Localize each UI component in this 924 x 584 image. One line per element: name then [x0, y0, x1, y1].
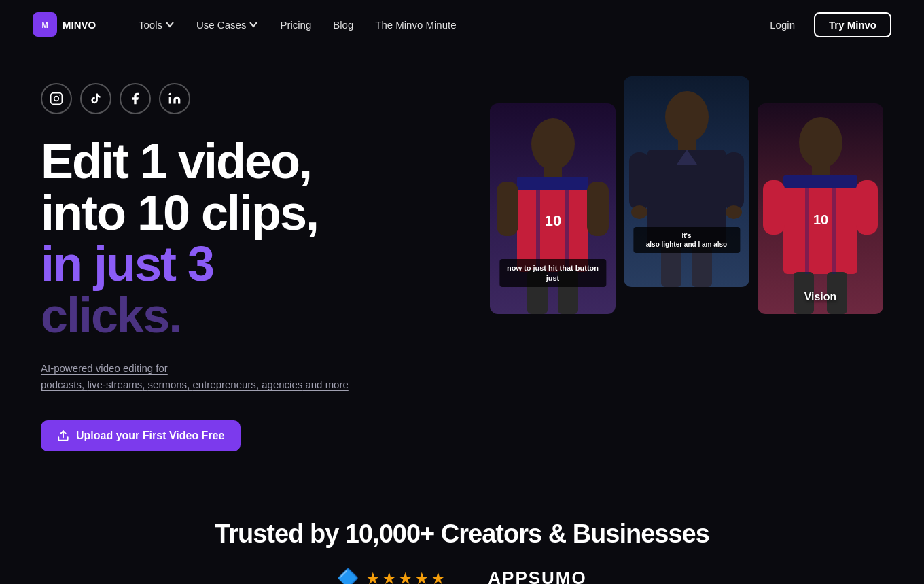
headline-accent1: in just 3: [41, 239, 349, 290]
login-button[interactable]: Login: [762, 14, 803, 36]
svg-point-7: [169, 93, 171, 95]
nav-links: Tools Use Cases Pricing Blog The Minvo M…: [130, 14, 465, 36]
upload-cta-button[interactable]: Upload your First Video Free: [41, 420, 241, 451]
nav-minvo-minute[interactable]: The Minvo Minute: [367, 14, 464, 36]
svg-text:10: 10: [545, 212, 561, 229]
video-card-1: 10 now to just hit that button just: [490, 103, 616, 314]
trust-section: Trusted by 10,000+ Creators & Businesses…: [0, 492, 924, 584]
trust-logos: 🔷 ★★★★★ APPSUMO: [41, 568, 883, 584]
svg-rect-24: [629, 152, 650, 210]
capterra-icon: 🔷: [337, 568, 359, 584]
headline-accent2: clicks.: [41, 290, 349, 342]
svg-point-27: [726, 205, 742, 219]
facebook-icon: [128, 92, 142, 105]
linkedin-button[interactable]: [159, 83, 190, 114]
video-caption-1: now to just hit that button just: [499, 259, 606, 287]
appsumo-logo: APPSUMO: [488, 568, 586, 584]
svg-rect-33: [783, 175, 857, 188]
hero-section: Edit 1 video, into 10 clips, in just 3 c…: [0, 49, 924, 492]
svg-rect-17: [536, 177, 540, 272]
headline-line2: into 10 clips,: [41, 188, 349, 239]
linkedin-icon: [168, 92, 181, 105]
facebook-button[interactable]: [120, 83, 151, 114]
logo[interactable]: M MINVO: [33, 12, 103, 37]
svg-rect-10: [544, 165, 562, 178]
person-silhouette-3: 10: [758, 103, 883, 314]
appsumo-label: APPSUMO: [488, 568, 586, 584]
svg-point-4: [54, 97, 59, 101]
nav-tools[interactable]: Tools: [130, 14, 183, 36]
svg-rect-31: [812, 163, 830, 177]
instagram-button[interactable]: [41, 83, 72, 114]
headline: Edit 1 video, into 10 clips, in just 3 c…: [41, 136, 349, 341]
upload-icon: [57, 430, 69, 442]
social-icons: [41, 83, 349, 114]
try-minvo-button[interactable]: Try Minvo: [814, 12, 891, 37]
nav-use-cases[interactable]: Use Cases: [188, 14, 266, 36]
svg-point-20: [665, 91, 709, 143]
svg-text:10: 10: [813, 212, 828, 227]
hero-left: Edit 1 video, into 10 clips, in just 3 c…: [41, 76, 349, 451]
svg-rect-6: [169, 97, 171, 104]
nav-blog[interactable]: Blog: [325, 14, 361, 36]
svg-rect-25: [724, 152, 744, 210]
nav-pricing[interactable]: Pricing: [272, 14, 319, 36]
video-caption-2: It'salso lighter and I am also: [633, 227, 740, 253]
svg-rect-34: [763, 180, 785, 235]
nav-right: Login Try Minvo: [762, 12, 891, 37]
nav-left: M MINVO Tools Use Cases Pricing: [33, 12, 465, 37]
capterra-logo: 🔷 ★★★★★: [337, 568, 447, 584]
video-label-3: Vision: [804, 291, 837, 303]
svg-rect-3: [51, 93, 63, 105]
stars-rating: ★★★★★: [366, 569, 447, 584]
svg-point-26: [631, 205, 647, 219]
svg-text:M: M: [41, 21, 48, 29]
tiktok-icon: [90, 92, 102, 105]
hero-subtitle: AI-powered video editing for podcasts, l…: [41, 360, 349, 393]
tiktok-button[interactable]: [80, 83, 111, 114]
trust-title: Trusted by 10,000+ Creators & Businesses: [41, 519, 883, 549]
svg-point-30: [799, 117, 842, 169]
logo-text-icon: MINVO: [63, 18, 103, 31]
person-silhouette-2: [624, 76, 749, 287]
svg-rect-18: [565, 177, 569, 272]
instagram-icon: [50, 92, 63, 105]
logo-icon: M: [33, 12, 57, 37]
video-card-2: It'salso lighter and I am also: [624, 76, 749, 287]
svg-rect-13: [497, 182, 518, 236]
svg-text:MINVO: MINVO: [63, 19, 96, 31]
svg-rect-12: [517, 177, 588, 190]
headline-line1: Edit 1 video,: [41, 136, 349, 188]
svg-point-9: [531, 118, 575, 170]
video-card-3: 10 Vision: [758, 103, 883, 314]
chevron-down-icon: [165, 20, 175, 29]
svg-rect-35: [856, 180, 878, 235]
svg-point-5: [59, 95, 60, 96]
chevron-down-icon: [249, 20, 258, 29]
svg-rect-21: [678, 137, 696, 151]
svg-rect-39: [832, 175, 836, 274]
video-cards: 10 now to just hit that button just: [349, 76, 883, 314]
svg-rect-14: [587, 182, 609, 236]
svg-rect-38: [805, 175, 808, 274]
navbar: M MINVO Tools Use Cases Pricing: [0, 0, 924, 49]
